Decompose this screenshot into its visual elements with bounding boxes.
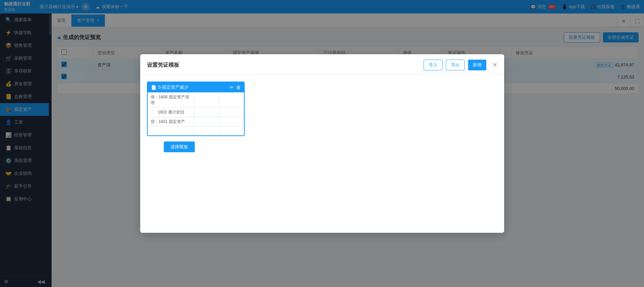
template-edit-btn[interactable]: ✏ bbox=[230, 85, 234, 90]
modal-toolbar: 导入 导出 新增 ✕ bbox=[424, 60, 497, 70]
content-area: 首页 资产管理 ✕ ✕ ⛶ ◀ bbox=[52, 13, 644, 287]
template-table: 借：1606 固定资产清理 1602 累计折旧 bbox=[148, 92, 244, 135]
template-header-label: 5-固定资产减少 bbox=[158, 84, 189, 90]
entry1-credit bbox=[219, 93, 244, 108]
entry3-direction: 贷：1601 固定资产 bbox=[148, 117, 194, 127]
export-btn[interactable]: 导出 bbox=[446, 60, 465, 70]
select-template-btn[interactable]: 选择模板 bbox=[164, 141, 195, 152]
page-content: ◀ 生成的凭证预览 批量凭证模板 全部生成凭证 bbox=[52, 27, 644, 287]
entry4-direction bbox=[148, 127, 194, 135]
import-btn[interactable]: 导入 bbox=[424, 60, 442, 70]
entry2-direction: 1602 累计折旧 bbox=[148, 108, 194, 117]
template-card: 📄 5-固定资产减少 ✏ 🗑 bbox=[147, 82, 245, 136]
modal-dialog: 设置凭证模板 导入 导出 新增 ✕ bbox=[140, 54, 504, 233]
template-entry-3: 贷：1601 固定资产 bbox=[148, 117, 244, 127]
modal-close-btn[interactable]: ✕ bbox=[492, 60, 497, 70]
entry3-credit bbox=[219, 117, 244, 127]
template-entry-2: 1602 累计折旧 bbox=[148, 108, 244, 117]
template-entry-4 bbox=[148, 127, 244, 135]
entry3-debit bbox=[194, 117, 219, 127]
entry2-debit bbox=[194, 108, 219, 117]
entry1-debit bbox=[194, 93, 219, 108]
template-card-header: 📄 5-固定资产减少 ✏ 🗑 bbox=[148, 82, 244, 92]
template-file-icon: 📄 bbox=[151, 85, 156, 90]
template-delete-btn[interactable]: 🗑 bbox=[236, 85, 241, 90]
entry4-debit bbox=[194, 127, 219, 135]
modal-title: 设置凭证模板 bbox=[147, 62, 179, 69]
new-btn[interactable]: 新增 bbox=[468, 60, 486, 70]
template-title-area: 📄 5-固定资产减少 bbox=[151, 84, 189, 90]
template-actions: ✏ 🗑 bbox=[230, 85, 241, 90]
modal-header: 设置凭证模板 导入 导出 新增 ✕ bbox=[140, 54, 504, 75]
entry4-credit bbox=[219, 127, 244, 135]
entry1-direction: 借：1606 固定资产清理 bbox=[148, 93, 194, 108]
modal-backdrop: 设置凭证模板 导入 导出 新增 ✕ bbox=[52, 27, 644, 287]
entry2-credit bbox=[219, 108, 244, 117]
modal-body: 📄 5-固定资产减少 ✏ 🗑 bbox=[140, 75, 504, 233]
template-card-body: 借：1606 固定资产清理 1602 累计折旧 bbox=[148, 92, 244, 135]
template-entry-1: 借：1606 固定资产清理 bbox=[148, 93, 244, 108]
